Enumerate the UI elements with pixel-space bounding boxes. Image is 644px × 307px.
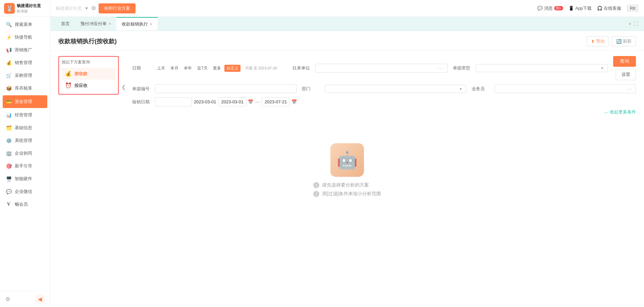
user-area[interactable]: Rit [627, 6, 639, 11]
collapse-left-icon: ❮ [121, 84, 126, 90]
collapse-more-button[interactable]: ︿ 收起更多条件 [604, 109, 636, 115]
guide-icon: 🎯 [5, 163, 12, 169]
staff-select[interactable] [494, 84, 636, 93]
solution-button[interactable]: 休闲行业方案 [99, 3, 136, 13]
date-btn-lastmonth[interactable]: 上月 [155, 65, 167, 72]
export-icon: ⬆ [591, 39, 595, 44]
sidebar-item-member[interactable]: V 畅会员 [0, 198, 50, 211]
sidebar-item-purchase[interactable]: 🛒 采购管理 [0, 69, 50, 82]
tab-prepay[interactable]: 预付冲应付单 × [75, 17, 116, 30]
hardware-icon: 🖥️ [5, 176, 12, 182]
date-btn-more[interactable]: 更多 [211, 65, 223, 72]
message-label: 消息 [544, 5, 553, 11]
filter-partner-col: 往来单位 [292, 64, 447, 73]
sidebar-item-system[interactable]: ⚙️ 系统管理 [0, 134, 50, 147]
tip-num-1: 1 [313, 182, 319, 188]
sidebar-item-sales[interactable]: 💰 销售管理 [0, 56, 50, 69]
date-custom-badge[interactable]: 自定义 [224, 65, 240, 72]
receivable-option-label: 按应收 [74, 83, 88, 89]
date-btn-7days[interactable]: 近7天 [195, 65, 210, 72]
sidebar-item-marketing[interactable]: 📢 营销推广 [0, 44, 50, 56]
writeoffdate-start-input[interactable] [155, 97, 192, 106]
tip-text-1: 请先选择要分析的方案 [322, 182, 369, 188]
settings-gear-icon[interactable]: ⚙ [91, 5, 96, 11]
sidebar-item-quicknav[interactable]: ⚡ 快捷导航 [0, 31, 50, 44]
enterprise-icon: 🏢 [5, 151, 12, 156]
collapse-button[interactable]: ◀ [35, 295, 45, 304]
operations-icon: 📊 [5, 112, 12, 118]
filter-left-wrapper: 按以下方案查询 💰 按收款 ⏰ 按应收 ❮ [58, 56, 127, 118]
settings-button[interactable]: ⚙ [5, 296, 10, 302]
vouchertype-label: 单据类型 [453, 65, 473, 71]
empty-robot-icon: 🤖 [337, 150, 358, 170]
logo-name-line2: 标准版 [17, 9, 41, 14]
filter-option-by-collection[interactable]: 💰 按收款 [62, 68, 115, 80]
sidebar-item-enterprise[interactable]: 🏢 企业协同 [0, 147, 50, 160]
tabbar-actions: × ⛶ [629, 21, 639, 27]
vouchertype-select[interactable]: ▼ [476, 64, 608, 72]
topbar-brand: 畅捷通好生意 [56, 5, 82, 11]
sidebar-label-basic: 基础信息 [15, 125, 32, 131]
filter-panel-collapse-button[interactable]: ❮ [120, 56, 127, 118]
filter-settings-button[interactable]: 设置 [616, 69, 636, 80]
search-icon: 🔍 [5, 22, 12, 27]
partner-dots-icon[interactable] [438, 66, 444, 71]
sidebar-item-guide[interactable]: 🎯 新手引导 [0, 160, 50, 172]
sidebar-item-capital[interactable]: 💳 资金管理 [3, 95, 47, 108]
sidebar-label-system: 系统管理 [15, 138, 32, 144]
sidebar-label-hardware: 智能硬件 [15, 176, 32, 182]
query-button[interactable]: 查询 [613, 56, 636, 67]
service-area[interactable]: 🎧 在线客服 [597, 5, 621, 11]
refresh-button[interactable]: 🔄 刷新 [612, 36, 636, 46]
sidebar-label-member: 畅会员 [15, 201, 28, 207]
staff-dots-icon[interactable] [627, 86, 632, 91]
expand-tabs-button[interactable]: ⛶ [634, 21, 639, 27]
filter-option-by-receivable[interactable]: ⏰ 按应收 [62, 80, 115, 91]
sidebar-item-search[interactable]: 🔍 搜索菜单 [0, 18, 50, 31]
sidebar-item-wechat[interactable]: 💬 企业微信 [0, 185, 50, 198]
writeoff-end-value[interactable]: 2023-07-21 [262, 97, 290, 106]
service-icon: 🎧 [597, 6, 602, 11]
empty-state: 🤖 1 请先选择要分析的方案 2 用[过滤]条件来缩小分析范围 [50, 123, 644, 217]
date-separator: — [255, 99, 260, 104]
sidebar-item-hardware[interactable]: 🖥️ 智能硬件 [0, 172, 50, 185]
date-btn-thisyear[interactable]: 本年 [182, 65, 194, 72]
date-filter-buttons: 上月 本月 本年 近7天 更多 自定义 [155, 65, 240, 72]
page-header: 收款核销执行(按收款) ⬆ 导出 🔄 刷新 [50, 31, 644, 51]
collection-option-label: 按收款 [74, 71, 88, 77]
dropdown-arrow-icon[interactable]: ▼ [85, 6, 89, 11]
partner-select[interactable] [315, 64, 447, 73]
export-button[interactable]: ⬆ 导出 [587, 36, 609, 46]
writeoff-start-value[interactable]: 2023-03-01 [218, 97, 247, 106]
sidebar-label-capital: 资金管理 [15, 99, 32, 105]
tab-collection[interactable]: 收款核销执行 × [116, 17, 158, 31]
sidebar-item-operations[interactable]: 📊 经营管理 [0, 109, 50, 121]
filter-row-3: 核销日期 2023-03-01 📅 2023-03-01 📅 [132, 97, 636, 106]
tab-collection-label: 收款核销执行 [122, 21, 148, 27]
system-icon: ⚙️ [5, 138, 12, 143]
sidebar-item-inventory[interactable]: 📦 库存核算 [0, 82, 50, 95]
writeoffdate-input-group: 2023-03-01 📅 2023-03-01 📅 — 2023-07-21 [155, 97, 297, 106]
filter-form: 日期 上月 本月 本年 近7天 更多 自定义 不限 至 2023-07-26 [132, 56, 636, 118]
tab-prepay-label: 预付冲应付单 [80, 21, 107, 27]
main-area: 畅捷通好生意 ▼ ⚙ 休闲行业方案 💬 消息 99+ 📱 App下载 🎧 在线客… [50, 0, 644, 307]
date-btn-thismonth[interactable]: 本月 [168, 65, 180, 72]
dept-select[interactable]: ▼ [325, 85, 466, 93]
message-area[interactable]: 💬 消息 99+ [537, 5, 563, 11]
tab-collection-close-icon[interactable]: × [150, 22, 152, 27]
refresh-icon: 🔄 [616, 39, 622, 44]
topbar-left: 畅捷通好生意 ▼ ⚙ 休闲行业方案 [56, 3, 533, 13]
close-all-tabs-button[interactable]: × [629, 21, 631, 27]
staff-label: 业务员 [472, 86, 492, 92]
vouchertype-chevron-icon: ▼ [600, 66, 604, 70]
app-download-area[interactable]: 📱 App下载 [569, 5, 592, 11]
tab-prepay-close-icon[interactable]: × [109, 21, 111, 26]
cal-end-icon[interactable]: 📅 [291, 99, 297, 104]
sidebar-item-basic[interactable]: 🗂️ 基础信息 [0, 121, 50, 134]
voucherno-input[interactable] [155, 84, 297, 93]
empty-tips: 1 请先选择要分析的方案 2 用[过滤]条件来缩小分析范围 [313, 182, 381, 197]
page-title: 收款核销执行(按收款) [58, 37, 117, 45]
filter-area: 按以下方案查询 💰 按收款 ⏰ 按应收 ❮ [50, 51, 644, 123]
cal-start-icon[interactable]: 📅 [248, 99, 253, 104]
tab-home[interactable]: 首页 [56, 17, 75, 30]
